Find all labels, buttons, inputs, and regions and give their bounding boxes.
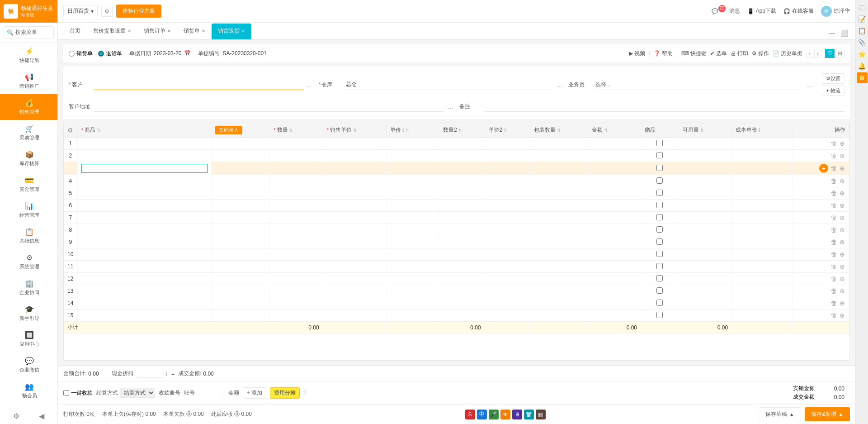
- gift-cell[interactable]: [641, 273, 679, 285]
- amount-cell[interactable]: [588, 138, 641, 150]
- sales-unit-cell[interactable]: [323, 248, 386, 261]
- gift-cell[interactable]: [641, 285, 679, 297]
- tab-sales-order[interactable]: 销售订单 ✕: [137, 24, 177, 39]
- quantity-cell[interactable]: [270, 297, 323, 310]
- quantity2-cell[interactable]: [439, 224, 485, 236]
- product-cell[interactable]: [77, 138, 212, 150]
- delete-row-button[interactable]: 🗑: [830, 287, 837, 295]
- cost-price-cell[interactable]: [732, 273, 793, 285]
- gift-checkbox[interactable]: [656, 275, 663, 281]
- delete-row-button[interactable]: 🗑: [830, 299, 837, 307]
- quantity-cell[interactable]: [270, 200, 323, 212]
- gift-cell[interactable]: [641, 261, 679, 273]
- sales-unit-cell[interactable]: [323, 310, 386, 322]
- sidebar-item-inventory[interactable]: 📦 库存核算: [0, 146, 57, 172]
- tab-sales-delivery[interactable]: 销货单 ✕: [177, 24, 212, 39]
- gift-cell[interactable]: [641, 297, 679, 310]
- message-button[interactable]: 💬 70 消息: [712, 7, 740, 15]
- unit-price-cell[interactable]: [386, 175, 439, 187]
- one-click-payment-checkbox[interactable]: 一键收款: [63, 389, 93, 397]
- pack-qty-cell[interactable]: [530, 138, 588, 150]
- unit2-cell[interactable]: [485, 297, 530, 310]
- gift-cell[interactable]: [641, 212, 679, 224]
- sales-unit-cell[interactable]: [323, 212, 386, 224]
- cost-price-cell[interactable]: [732, 162, 793, 175]
- available-cell[interactable]: [679, 310, 731, 322]
- cost-price-cell[interactable]: [732, 200, 793, 212]
- sidebar-item-member[interactable]: 👥 畅会员: [0, 378, 57, 404]
- sort-icon[interactable]: ⇅: [504, 128, 507, 133]
- tab-price-settings[interactable]: 售价提取设置 ✕: [87, 24, 137, 39]
- quantity-cell[interactable]: [270, 138, 323, 150]
- unit-price-cell[interactable]: [386, 162, 439, 175]
- gift-checkbox[interactable]: [656, 202, 663, 208]
- product-cell[interactable]: [77, 261, 212, 273]
- delete-row-button[interactable]: 🗑: [830, 238, 837, 246]
- available-cell[interactable]: [679, 138, 731, 150]
- quantity-cell[interactable]: [270, 187, 323, 200]
- close-icon[interactable]: ✕: [202, 29, 205, 33]
- unit2-cell[interactable]: [485, 273, 530, 285]
- gift-checkbox[interactable]: [656, 140, 663, 146]
- cost-price-cell[interactable]: [732, 248, 793, 261]
- select-button[interactable]: ✔ 选单: [710, 50, 727, 57]
- copy-row-button[interactable]: ⊕: [839, 238, 845, 246]
- scan-enter-button[interactable]: 扫码录入: [215, 126, 242, 134]
- sidebar-item-marketing[interactable]: 📢 营销推广: [0, 68, 57, 94]
- maximize-button[interactable]: ⬜: [839, 29, 850, 38]
- radio-sales-delivery[interactable]: 销货单: [69, 50, 93, 57]
- sales-unit-cell[interactable]: [323, 150, 386, 162]
- gift-cell[interactable]: [641, 187, 679, 200]
- delete-row-button[interactable]: 🗑: [830, 262, 837, 271]
- unit-price-cell[interactable]: [386, 236, 439, 248]
- gift-cell[interactable]: [641, 236, 679, 248]
- discount-input[interactable]: [137, 369, 164, 378]
- close-icon[interactable]: ✕: [167, 29, 171, 33]
- quantity-cell[interactable]: [270, 224, 323, 236]
- quantity2-cell[interactable]: [439, 248, 485, 261]
- copy-row-button[interactable]: ⊕: [839, 139, 845, 148]
- radio-input-return-order[interactable]: [98, 51, 104, 57]
- unit-price-cell[interactable]: [386, 261, 439, 273]
- industry-dropdown[interactable]: 日用百货 ▾: [63, 5, 98, 17]
- gift-checkbox[interactable]: [656, 263, 663, 269]
- sidebar-item-purchase[interactable]: 🛒 采购管理: [0, 120, 57, 146]
- amount-cell[interactable]: [588, 150, 641, 162]
- quantity2-cell[interactable]: [439, 285, 485, 297]
- sort-icon[interactable]: ⇅: [700, 128, 704, 133]
- sidebar-item-operations[interactable]: 📊 经营管理: [0, 197, 57, 223]
- history-button[interactable]: 📄 历史单据: [773, 50, 802, 57]
- amount-cell[interactable]: [588, 200, 641, 212]
- sales-unit-cell[interactable]: [323, 297, 386, 310]
- sort-icon[interactable]: ⇅: [289, 128, 293, 133]
- sort-icon[interactable]: ⇅: [353, 128, 357, 133]
- close-icon[interactable]: ✕: [127, 29, 131, 33]
- available-cell[interactable]: [679, 150, 731, 162]
- list-view-button[interactable]: ☰: [825, 49, 835, 58]
- amount-cell[interactable]: [588, 310, 641, 322]
- product-cell[interactable]: [77, 212, 212, 224]
- pack-qty-cell[interactable]: [530, 162, 588, 175]
- right-panel-button-4[interactable]: 📎: [857, 37, 868, 48]
- unit2-cell[interactable]: [485, 248, 530, 261]
- sort-icon[interactable]: ⇅: [406, 128, 409, 133]
- grid-view-button[interactable]: ⊞: [835, 49, 844, 58]
- product-cell[interactable]: [77, 236, 212, 248]
- quantity-cell[interactable]: [270, 162, 323, 175]
- gift-checkbox[interactable]: [656, 152, 663, 158]
- sidebar-item-basic[interactable]: 📋 基础信息: [0, 223, 57, 249]
- delete-row-button[interactable]: 🗑: [830, 189, 837, 197]
- copy-row-button[interactable]: ⊕: [839, 152, 845, 160]
- available-cell[interactable]: [679, 236, 731, 248]
- customer-input[interactable]: [94, 80, 304, 90]
- sort-icon[interactable]: ⇅: [557, 128, 561, 133]
- sales-unit-cell[interactable]: [323, 175, 386, 187]
- sidebar-item-sales[interactable]: 💰 销售管理: [0, 94, 57, 120]
- amount-cell[interactable]: [588, 261, 641, 273]
- available-cell[interactable]: [679, 273, 731, 285]
- pack-qty-cell[interactable]: [530, 175, 588, 187]
- unit-price-cell[interactable]: [386, 273, 439, 285]
- delete-row-button[interactable]: 🗑: [830, 177, 837, 185]
- pack-qty-cell[interactable]: [530, 297, 588, 310]
- unit-price-cell[interactable]: [386, 285, 439, 297]
